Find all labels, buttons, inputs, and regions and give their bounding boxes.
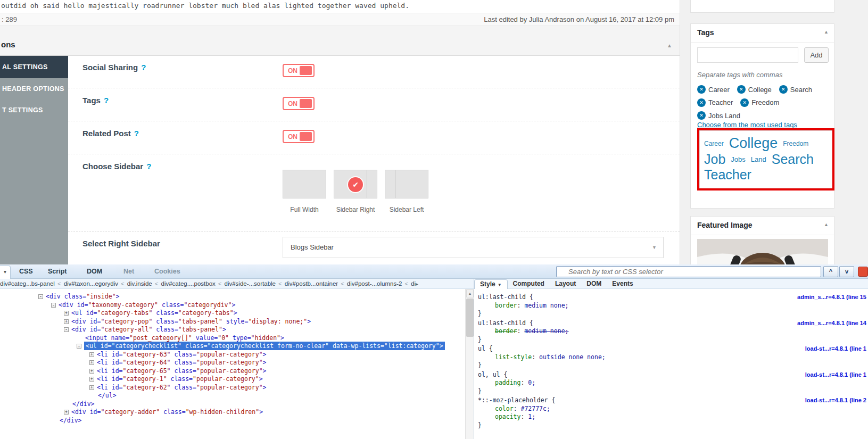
remove-tag-icon[interactable]: ✕ [737,85,746,94]
related-post-help-icon[interactable]: ? [134,129,139,138]
devtools-tab-cookies[interactable]: Cookies [154,264,180,279]
social-sharing-toggle[interactable]: ON [283,64,315,77]
css-property-line[interactable]: padding: 0; [478,379,868,387]
collapse-node-icon[interactable]: - [38,294,43,299]
css-selector[interactable]: ul:last-child { [478,293,533,301]
search-next-button[interactable]: v [839,266,854,277]
expand-icon[interactable]: + [89,360,94,365]
expand-icon[interactable]: + [64,319,69,324]
devtools-search-input[interactable] [556,266,821,277]
layout-option-sidebar-left[interactable] [385,170,428,198]
tree-node[interactable]: +<li id="category-1" class="popular-cate… [0,375,465,384]
tag-cloud-item[interactable]: Freedom [783,140,808,147]
expand-icon[interactable]: + [64,311,69,316]
tag-cloud-item[interactable]: Job [704,152,725,167]
css-property-line[interactable]: opacity: 1; [478,413,868,421]
tags-metabox-header[interactable]: Tags ▲ [691,24,834,43]
tree-node[interactable]: +<div id="category-pop" class="tabs-pane… [0,318,465,326]
tree-closing-tag[interactable]: </div> [0,400,465,409]
breadcrumb-item[interactable]: div#taxon...egorydiv [64,280,118,287]
css-selector[interactable]: ul:last-child { [478,319,533,327]
collapse-node-icon[interactable]: - [77,344,81,349]
tree-node[interactable]: +<li id="category-64" class="popular-cat… [0,359,465,367]
style-tab-style[interactable]: Style▼ [474,279,508,289]
collapse-node-icon[interactable]: - [64,327,69,332]
tree-node[interactable]: +<li id="category-63" class="popular-cat… [0,351,465,359]
breadcrumb-item[interactable]: div#side-...sortable [225,280,276,287]
breadcrumb-item[interactable]: div.inside [127,280,152,287]
devtools-tab-dom[interactable]: DOM [87,264,102,279]
tags-collapse-icon[interactable]: ▲ [824,29,829,35]
remove-tag-icon[interactable]: ✕ [697,98,706,107]
expand-icon[interactable]: + [89,377,94,382]
css-property-line[interactable]: border: medium none; [478,302,868,310]
css-source-link[interactable]: load-st...r=4.8.1 (line 2 [805,397,866,403]
tags-help-icon[interactable]: ? [104,96,109,105]
remove-tag-icon[interactable]: ✕ [697,111,706,120]
right-sidebar-select[interactable]: Blogs Sidebar ▼ [283,237,664,258]
layout-option-sidebar-right[interactable]: ✔ [334,170,377,198]
tree-node[interactable]: +<li id="category-62" class="popular-cat… [0,384,465,392]
css-source-link[interactable]: admin_s...r=4.8.1 (line 14 [797,320,866,326]
css-selector[interactable]: *::-moz-placeholder { [478,396,555,404]
options-nav-tab[interactable]: AL SETTINGS [0,56,68,78]
tag-cloud-item[interactable]: Search [772,152,814,167]
scrollbar-thumb[interactable] [466,299,474,337]
html-tab-stub[interactable]: ▼ [0,266,11,279]
choose-sidebar-help-icon[interactable]: ? [146,162,151,171]
add-tag-button[interactable]: Add [804,47,829,63]
tree-node[interactable]: +<ul id="category-tabs" class="category-… [0,309,465,318]
tree-node[interactable]: +<li id="category-65" class="popular-cat… [0,367,465,376]
breadcrumb-item[interactable]: div#categ...bs-panel [0,280,55,287]
breadcrumb-item[interactable]: div#post-...olumns-2 [347,280,402,287]
css-source-link[interactable]: load-st...r=4.8.1 (line 1 [805,371,866,378]
css-property-line[interactable]: list-style: outside none none; [478,353,868,362]
tree-node[interactable]: <input name="post_category[]" value="0" … [0,334,465,343]
options-collapse-icon[interactable]: ▲ [667,43,672,48]
style-tab-computed[interactable]: Computed [508,279,550,288]
remove-tag-icon[interactable]: ✕ [697,85,706,94]
featured-collapse-icon[interactable]: ▲ [824,222,829,227]
tree-node[interactable]: -<div class="inside"> [0,293,465,301]
collapse-node-icon[interactable]: - [51,303,56,308]
breadcrumb-item[interactable]: div#postb...ontainer [285,280,338,287]
css-property-line[interactable]: border: medium none; [478,327,868,336]
featured-image-header[interactable]: Featured Image ▲ [691,217,834,235]
social-sharing-help-icon[interactable]: ? [141,63,146,72]
expand-icon[interactable]: + [89,385,94,390]
html-pane-scrollbar[interactable]: ▲ [465,289,474,439]
tree-node[interactable]: +<div id="category-adder" class="wp-hidd… [0,408,465,417]
tags-toggle[interactable]: ON [283,97,315,110]
devtools-close-button[interactable] [858,267,868,277]
remove-tag-icon[interactable]: ✕ [740,98,749,107]
devtools-tab-css[interactable]: CSS [19,264,33,279]
options-nav-tab[interactable]: HEADER OPTIONS [0,78,68,100]
tag-cloud-item[interactable]: Career [704,140,724,147]
css-selector[interactable]: ul { [478,345,493,352]
css-selector[interactable]: ol, ul { [478,371,507,378]
most-used-tags-link[interactable]: Choose from the most used tags [697,121,797,129]
style-tab-layout[interactable]: Layout [550,279,581,288]
tree-node[interactable]: -<ul id="categorychecklist" class="categ… [0,342,465,351]
tree-closing-tag[interactable]: </div> [0,417,465,425]
tree-closing-tag[interactable]: </ul> [0,392,465,400]
search-previous-button[interactable]: ^ [823,266,838,277]
scrollbar-up-icon[interactable]: ▲ [466,289,474,297]
css-source-link[interactable]: load-st...r=4.8.1 (line 1 [805,345,866,352]
tree-node[interactable]: -<div id="category-all" class="tabs-pane… [0,326,465,334]
remove-tag-icon[interactable]: ✕ [779,85,788,94]
devtools-tab-net[interactable]: Net [123,264,134,279]
css-property-line[interactable]: color: #72777c; [478,405,868,413]
devtools-tab-script[interactable]: Script [48,264,67,279]
breadcrumb-overflow-icon[interactable]: ▸ [416,281,418,287]
style-tab-dom[interactable]: DOM [581,279,607,288]
breadcrumb-item[interactable]: div#categ....postbox [161,280,215,287]
expand-icon[interactable]: + [64,410,69,415]
new-tag-input[interactable] [697,47,798,63]
tree-node[interactable]: -<div id="taxonomy-category" class="cate… [0,301,465,310]
style-tab-events[interactable]: Events [607,279,638,288]
related-post-toggle[interactable]: ON [283,130,315,143]
options-nav-tab[interactable]: T SETTINGS [0,100,68,121]
layout-option-full-width[interactable] [283,170,326,198]
tag-cloud-item[interactable]: Jobs [731,155,745,163]
